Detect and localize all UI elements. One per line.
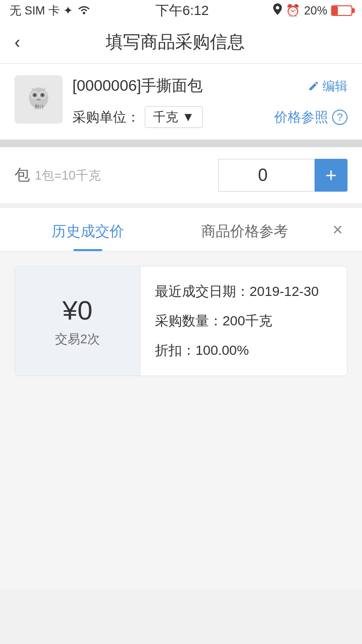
discount-row: 折扣：100.00% [155, 340, 333, 362]
price-summary: ¥0 交易2次 [15, 266, 140, 376]
discount-value: 100.00% [195, 343, 249, 358]
unit-dropdown[interactable]: 千克 ▼ [145, 106, 203, 128]
status-left: 无 SIM 卡 ✦ [10, 3, 91, 18]
recent-date-label: 最近成交日期： [155, 284, 250, 299]
section-divider [0, 140, 362, 147]
price-trades: 交易2次 [55, 331, 99, 348]
dropdown-arrow-icon: ▼ [182, 110, 195, 125]
svg-text:野汁: 野汁 [35, 104, 44, 110]
price-card: ¥0 交易2次 最近成交日期：2019-12-30 采购数量：200千克 折扣：… [14, 266, 348, 376]
quantity-row: 包 1包=10千克 + [0, 147, 362, 203]
question-mark-icon: ? [332, 110, 348, 125]
status-bar: 无 SIM 卡 ✦ 下午6:12 ⏰ 20% [0, 0, 362, 21]
svg-point-1 [276, 6, 279, 10]
price-ref-label: 价格参照 [274, 108, 328, 126]
tab-close-button[interactable]: × [323, 211, 352, 248]
product-card: 野汁 [0000006]手撕面包 编辑 采购单位： 千克 [0, 64, 362, 140]
status-time: 下午6:12 [155, 1, 209, 20]
main-content: ¥0 交易2次 最近成交日期：2019-12-30 采购数量：200千克 折扣：… [0, 252, 362, 589]
page-title: 填写商品采购信息 [30, 30, 320, 54]
back-button[interactable]: ‹ [14, 32, 30, 53]
price-panel: ¥0 交易2次 最近成交日期：2019-12-30 采购数量：200千克 折扣：… [0, 252, 362, 391]
unit-row: 采购单位： 千克 ▼ 价格参照 ? [72, 106, 348, 128]
unit-conversion: 1包=10千克 [35, 167, 101, 184]
recent-date-value: 2019-12-30 [250, 284, 319, 299]
unit-selector: 采购单位： 千克 ▼ [72, 106, 203, 128]
svg-point-0 [83, 12, 85, 14]
purchase-qty-label: 采购数量： [155, 313, 223, 328]
quantity-plus-button[interactable]: + [315, 159, 348, 192]
edit-label: 编辑 [322, 78, 348, 95]
product-thumbnail: 野汁 [14, 75, 63, 124]
purchase-qty-value: 200千克 [223, 313, 272, 328]
no-sim-text: 无 SIM 卡 ✦ [10, 3, 73, 18]
product-full-name: [0000006]手撕面包 [72, 75, 203, 97]
tab-product-label: 商品价格参考 [201, 223, 288, 239]
battery-percent: 20% [304, 4, 327, 17]
price-reference-button[interactable]: 价格参照 ? [274, 108, 348, 126]
location-icon [273, 3, 282, 18]
wifi-icon [77, 4, 91, 17]
svg-point-8 [42, 94, 43, 96]
unit-value: 千克 [153, 109, 178, 126]
nav-bar: ‹ 填写商品采购信息 [0, 21, 362, 64]
product-name-row: [0000006]手撕面包 编辑 [72, 75, 348, 97]
quantity-label: 包 1包=10千克 [14, 165, 101, 186]
recent-date-row: 最近成交日期：2019-12-30 [155, 281, 333, 303]
edit-button[interactable]: 编辑 [308, 78, 348, 95]
unit-label: 采购单位： [72, 108, 140, 126]
product-info: [0000006]手撕面包 编辑 采购单位： 千克 ▼ 价格 [72, 75, 348, 128]
discount-label: 折扣： [155, 343, 195, 358]
tab-history-label: 历史成交价 [52, 223, 124, 239]
price-details: 最近成交日期：2019-12-30 采购数量：200千克 折扣：100.00% [140, 266, 347, 376]
svg-point-7 [34, 94, 36, 96]
unit-char: 包 [14, 165, 30, 186]
tabs-bar: 历史成交价 商品价格参考 × [0, 208, 362, 252]
status-right: ⏰ 20% [273, 3, 352, 18]
battery-icon [331, 5, 352, 16]
tab-product-price[interactable]: 商品价格参考 [166, 208, 322, 251]
quantity-control: + [218, 159, 348, 192]
price-amount: ¥0 [62, 294, 92, 326]
purchase-qty-row: 采购数量：200千克 [155, 310, 333, 332]
quantity-input[interactable] [218, 159, 315, 192]
product-owl-icon: 野汁 [24, 83, 53, 117]
alarm-icon: ⏰ [286, 4, 300, 17]
product-header: 野汁 [0000006]手撕面包 编辑 采购单位： 千克 [14, 75, 348, 128]
tab-history-price[interactable]: 历史成交价 [10, 208, 166, 251]
